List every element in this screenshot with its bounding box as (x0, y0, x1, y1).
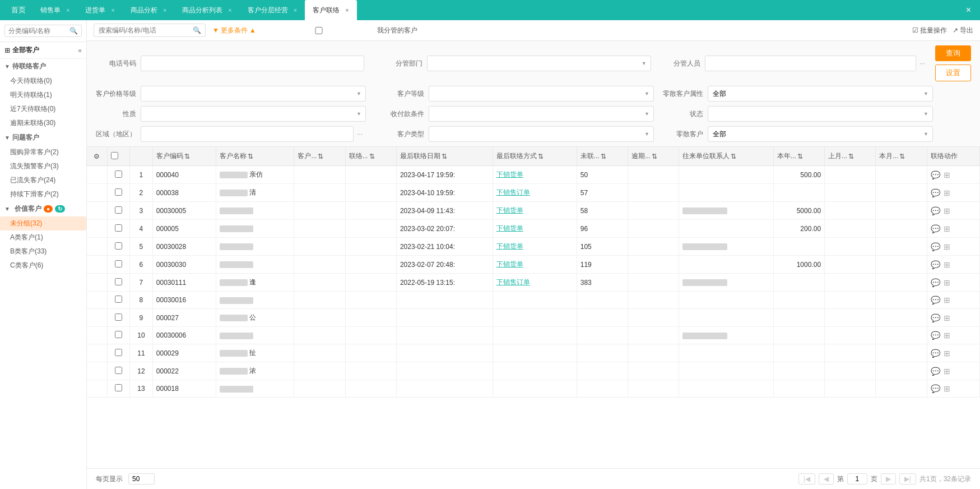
filter-more-btn[interactable]: ▼ 更多条件 ▲ (212, 26, 256, 35)
nav-home[interactable]: 首页 (4, 5, 32, 15)
action-message-icon[interactable]: 💬 (931, 206, 940, 215)
tab-analysis[interactable]: 商品分析 × (123, 0, 174, 20)
person-input[interactable] (705, 56, 916, 71)
row-checkbox[interactable] (115, 206, 122, 214)
sidebar-item-overdue-pending[interactable]: 逾期未联络(30) (0, 116, 86, 130)
export-btn[interactable]: ↗ 导出 (953, 26, 973, 35)
row-last-contact-way[interactable]: 下销货单 (493, 202, 577, 220)
action-grid-icon[interactable]: ⊞ (944, 349, 950, 358)
customer-type-select[interactable] (429, 126, 654, 142)
action-grid-icon[interactable]: ⊞ (944, 260, 950, 269)
per-page-select[interactable]: 50 100 (128, 473, 155, 485)
reset-button[interactable]: 设置 (935, 64, 971, 81)
action-grid-icon[interactable]: ⊞ (944, 206, 950, 215)
area-more-btn[interactable]: ··· (354, 130, 366, 138)
row-checkbox[interactable] (115, 242, 122, 250)
action-message-icon[interactable]: 💬 (931, 260, 940, 269)
price-level-select[interactable] (141, 86, 366, 102)
action-message-icon[interactable]: 💬 (931, 384, 940, 393)
filter-search-icon[interactable]: 🔍 (193, 26, 201, 34)
row-checkbox[interactable] (115, 260, 122, 267)
action-message-icon[interactable]: 💬 (931, 331, 940, 340)
dept-select[interactable] (427, 56, 651, 71)
sidebar-all-customers[interactable]: ⊞ 全部客户 « (0, 42, 86, 59)
tab-purchase-close[interactable]: × (111, 0, 114, 20)
row-last-contact-way[interactable]: 下销货单 (493, 238, 577, 256)
prev-page-btn[interactable]: ◀ (819, 473, 834, 485)
customer-level-select[interactable] (429, 86, 654, 102)
action-message-icon[interactable]: 💬 (931, 349, 940, 358)
row-checkbox[interactable] (115, 349, 122, 356)
row-last-contact-way[interactable]: 下销货单 (493, 166, 577, 184)
sidebar-item-abnormal[interactable]: 囤购异常客户(2) (0, 145, 86, 159)
col-settings[interactable]: ⚙ (87, 147, 107, 166)
col-this-year[interactable]: 本年...⇅ (773, 147, 824, 166)
area-input[interactable] (141, 126, 354, 142)
action-grid-icon[interactable]: ⊞ (944, 278, 950, 287)
row-last-contact-way[interactable]: 下销货单 (493, 256, 577, 274)
retail-attr-select[interactable]: 全部 (708, 86, 933, 102)
action-grid-icon[interactable]: ⊞ (944, 331, 950, 340)
action-grid-icon[interactable]: ⊞ (944, 367, 950, 376)
row-last-contact-way[interactable] (493, 327, 577, 344)
col-unit-contact[interactable]: 往来单位联系人⇅ (679, 147, 774, 166)
tab-customer-segment[interactable]: 客户分层经营 × (240, 0, 305, 20)
query-button[interactable]: 查询 (935, 45, 971, 61)
sidebar-item-churn-warning[interactable]: 流失预警客户(3) (0, 159, 86, 173)
sidebar-item-churned[interactable]: 已流失客户(24) (0, 173, 86, 187)
action-message-icon[interactable]: 💬 (931, 367, 940, 376)
row-last-contact-way[interactable]: 下销售订单 (493, 274, 577, 292)
filter-my-customers[interactable]: 我分管的客户 (263, 26, 417, 35)
tab-customer-segment-close[interactable]: × (294, 0, 297, 20)
col-overdue[interactable]: 逾期...⇅ (628, 147, 679, 166)
action-grid-icon[interactable]: ⊞ (944, 224, 950, 233)
row-last-contact-way[interactable]: 下销货单 (493, 220, 577, 238)
payment-select[interactable] (429, 106, 654, 122)
row-last-contact-way[interactable] (493, 362, 577, 380)
action-grid-icon[interactable]: ⊞ (944, 170, 950, 179)
sidebar-item-b-class[interactable]: B类客户(33) (0, 245, 86, 259)
row-last-contact-way[interactable]: 下销售订单 (493, 184, 577, 202)
col-no-contact[interactable]: 未联...⇅ (577, 147, 628, 166)
next-page-btn[interactable]: ▶ (881, 473, 896, 485)
tab-customer-contact[interactable]: 客户联络 × (305, 0, 356, 20)
row-checkbox[interactable] (115, 384, 122, 391)
tab-purchase[interactable]: 进货单 × (77, 0, 122, 20)
status-select[interactable] (708, 106, 933, 122)
action-message-icon[interactable]: 💬 (931, 313, 940, 322)
last-page-btn[interactable]: ▶| (899, 473, 916, 485)
row-checkbox[interactable] (115, 278, 122, 285)
row-checkbox[interactable] (115, 331, 122, 338)
sidebar-item-tomorrow-pending[interactable]: 明天待联络(1) (0, 88, 86, 102)
action-grid-icon[interactable]: ⊞ (944, 313, 950, 322)
tab-analysis-list-close[interactable]: × (228, 0, 231, 20)
phone-input[interactable] (141, 56, 364, 71)
col-last-contact-way[interactable]: 最后联络方式⇅ (493, 147, 577, 166)
col-last-contact-date[interactable]: 最后联络日期⇅ (396, 147, 493, 166)
page-number-input[interactable] (847, 473, 867, 485)
row-last-contact-way[interactable] (493, 344, 577, 362)
tab-sales-close[interactable]: × (66, 0, 69, 20)
sidebar-item-7day-pending[interactable]: 近7天待联络(0) (0, 102, 86, 116)
batch-op-btn[interactable]: ☑ 批量操作 (912, 26, 947, 35)
row-checkbox[interactable] (115, 367, 122, 374)
retail-customer-select[interactable]: 全部 (708, 126, 933, 142)
action-message-icon[interactable]: 💬 (931, 242, 940, 251)
sidebar-item-c-class[interactable]: C类客户(6) (0, 259, 86, 273)
row-checkbox[interactable] (115, 296, 122, 303)
tab-analysis-list[interactable]: 商品分析列表 × (174, 0, 239, 20)
filter-search-input[interactable] (94, 24, 206, 37)
action-grid-icon[interactable]: ⊞ (944, 188, 950, 197)
sidebar-item-a-class[interactable]: A类客户(1) (0, 230, 86, 245)
sidebar-item-today-pending[interactable]: 今天待联络(0) (0, 74, 86, 88)
action-message-icon[interactable]: 💬 (931, 296, 940, 305)
tab-sales[interactable]: 销售单 × (32, 0, 77, 20)
sidebar-group-problem[interactable]: ▼ 问题客户 (0, 130, 86, 145)
action-message-icon[interactable]: 💬 (931, 170, 940, 179)
action-grid-icon[interactable]: ⊞ (944, 296, 950, 305)
row-last-contact-way[interactable] (493, 309, 577, 327)
first-page-btn[interactable]: |◀ (798, 473, 815, 485)
collapse-icon[interactable]: « (78, 47, 82, 54)
row-checkbox[interactable] (115, 170, 122, 178)
action-message-icon[interactable]: 💬 (931, 188, 940, 197)
